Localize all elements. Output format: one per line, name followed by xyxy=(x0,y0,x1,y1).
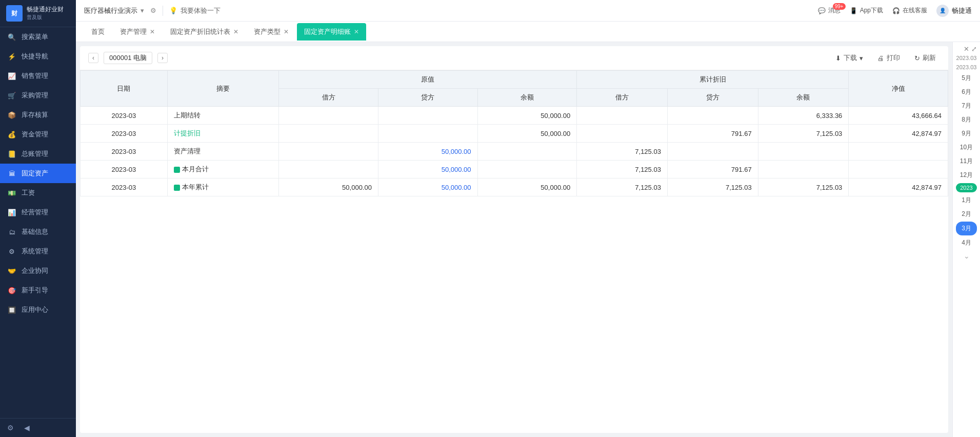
user-info: 👤 畅捷通 xyxy=(936,5,972,17)
tab-asset-mgmt[interactable]: 资产管理 ✕ xyxy=(113,23,162,41)
sidebar-item-ledger[interactable]: 📒 总账管理 xyxy=(0,144,76,164)
next-asset-btn[interactable]: › xyxy=(157,53,168,63)
tab-home[interactable]: 首页 xyxy=(84,23,112,41)
cell-summary: 本年累计 xyxy=(167,178,278,196)
timeline-month-6[interactable]: 6月 xyxy=(953,85,980,99)
cell-acc-credit xyxy=(667,107,758,125)
sidebar-item-label: 搜索菜单 xyxy=(22,32,48,42)
sidebar-bottom: ⚙ ◀ xyxy=(0,418,76,437)
tab-fixed-asset-detail-close[interactable]: ✕ xyxy=(354,28,359,35)
tab-depreciation-stat-close[interactable]: ✕ xyxy=(233,28,238,35)
cell-summary: 资产清理 xyxy=(167,143,278,161)
basic-info-icon: 🗂 xyxy=(7,227,16,236)
timeline-month-8[interactable]: 8月 xyxy=(953,113,980,127)
timeline-down-arrow[interactable]: ⌄ xyxy=(953,250,980,262)
timeline-month-10[interactable]: 10月 xyxy=(953,141,980,154)
cell-acc-credit: 7,125.03 xyxy=(667,178,758,196)
col-net-value: 净值 xyxy=(849,71,948,107)
timeline-month-3[interactable]: 3月 xyxy=(956,222,977,235)
sidebar-item-sales[interactable]: 📈 销售管理 xyxy=(0,66,76,86)
sidebar-item-label: 企业协同 xyxy=(22,266,48,275)
tab-asset-mgmt-close[interactable]: ✕ xyxy=(150,28,155,35)
cell-acc-credit: 791.67 xyxy=(667,125,758,143)
experience-btn[interactable]: 💡 我要体验一下 xyxy=(169,6,221,15)
quick-nav-icon: ⚡ xyxy=(7,52,16,61)
sidebar-item-funds[interactable]: 💰 资金管理 xyxy=(0,125,76,144)
messages-action[interactable]: 💬 消息 99+ xyxy=(818,6,841,15)
tab-asset-type[interactable]: 资产类型 ✕ xyxy=(247,23,296,41)
timeline-month-2[interactable]: 2月 xyxy=(953,207,980,221)
timeline-month-1[interactable]: 1月 xyxy=(953,193,980,207)
settings-icon[interactable]: ⚙ xyxy=(7,424,14,432)
download-icon: ⬇ xyxy=(835,54,841,62)
sidebar-item-search[interactable]: 🔍 搜索菜单 xyxy=(0,27,76,47)
fixed-assets-icon: 🏛 xyxy=(7,169,16,178)
sidebar-item-quick-nav[interactable]: ⚡ 快捷导航 xyxy=(0,47,76,66)
app-download-action[interactable]: 📱 App下载 xyxy=(850,6,883,15)
sidebar-item-label: 销售管理 xyxy=(22,71,48,81)
table-row: 2023-03 本月合计 50,000.00 7,125.03 791.67 xyxy=(81,161,948,178)
cell-acc-balance xyxy=(758,161,849,178)
topbar-right: 💬 消息 99+ 📱 App下载 🎧 在线客服 👤 畅捷通 xyxy=(818,5,972,17)
prev-asset-btn[interactable]: ‹ xyxy=(88,53,98,63)
cell-acc-debit: 7,125.03 xyxy=(577,161,668,178)
cell-summary: 计提折旧 xyxy=(167,125,278,143)
timeline-month-11[interactable]: 11月 xyxy=(953,154,980,168)
toolbar-right: ⬇ 下载 ▾ 🖨 打印 ↻ 刷新 xyxy=(831,51,940,65)
timeline-year-label-1: 2023.03 xyxy=(953,53,980,62)
timeline-year-badge[interactable]: 2023 xyxy=(956,183,977,192)
timeline-month-9[interactable]: 9月 xyxy=(953,127,980,141)
sidebar-item-label: 采购管理 xyxy=(22,91,48,100)
download-icon: 📱 xyxy=(850,7,857,14)
timeline-expand-icon[interactable]: ⤢ xyxy=(971,45,977,53)
cell-date: 2023-03 xyxy=(81,178,168,196)
cell-acc-credit xyxy=(667,143,758,161)
timeline-month-5[interactable]: 5月 xyxy=(953,71,980,85)
timeline-month-4[interactable]: 4月 xyxy=(953,236,980,250)
print-btn[interactable]: 🖨 打印 xyxy=(873,51,904,65)
cell-net-value xyxy=(849,161,948,178)
download-btn[interactable]: ⬇ 下载 ▾ xyxy=(831,51,867,65)
cell-orig-debit xyxy=(279,161,378,178)
sidebar-item-app-center[interactable]: 🔲 应用中心 xyxy=(0,300,76,320)
timeline-month-12[interactable]: 12月 xyxy=(953,168,980,182)
tab-asset-type-close[interactable]: ✕ xyxy=(284,28,289,35)
cell-date: 2023-03 xyxy=(81,143,168,161)
sidebar-item-basic-info[interactable]: 🗂 基础信息 xyxy=(0,222,76,242)
cell-acc-debit: 7,125.03 xyxy=(577,143,668,161)
sidebar-item-system[interactable]: ⚙ 系统管理 xyxy=(0,242,76,261)
col-acc-dep: 累计折旧 xyxy=(577,71,849,89)
download-arrow-icon: ▾ xyxy=(859,54,863,62)
topbar-title: 医疗器械行业演示 ▾ xyxy=(84,6,144,15)
timeline-month-7[interactable]: 7月 xyxy=(953,99,980,113)
tab-depreciation-stat[interactable]: 固定资产折旧统计表 ✕ xyxy=(163,23,246,41)
sidebar-item-enterprise[interactable]: 🤝 企业协同 xyxy=(0,261,76,281)
sidebar-item-operations[interactable]: 📊 经营管理 xyxy=(0,203,76,222)
timeline-close-icon[interactable]: ✕ xyxy=(964,45,969,53)
print-label: 打印 xyxy=(887,53,900,63)
sidebar-item-guide[interactable]: 🎯 新手引导 xyxy=(0,281,76,300)
support-action[interactable]: 🎧 在线客服 xyxy=(892,6,927,15)
cell-orig-balance: 50,000.00 xyxy=(477,178,577,196)
topbar-divider xyxy=(163,6,163,16)
sidebar-item-inventory[interactable]: 📦 库存核算 xyxy=(0,105,76,125)
settings-gear-icon[interactable]: ⚙ xyxy=(150,7,156,14)
tab-fixed-asset-detail[interactable]: 固定资产明细账 ✕ xyxy=(297,23,366,41)
app-center-icon: 🔲 xyxy=(7,305,16,314)
cell-orig-balance: 50,000.00 xyxy=(477,107,577,125)
sidebar-item-fixed-assets[interactable]: 🏛 固定资产 xyxy=(0,164,76,183)
dropdown-arrow-icon[interactable]: ▾ xyxy=(141,7,144,14)
tab-asset-mgmt-label: 资产管理 xyxy=(120,27,147,36)
main-panel: ‹ 000001 电脑 › ⬇ 下载 ▾ 🖨 打印 ↻ 刷新 xyxy=(80,46,948,433)
cell-net-value xyxy=(849,143,948,161)
sidebar-item-label: 系统管理 xyxy=(22,247,48,256)
collapse-icon[interactable]: ◀ xyxy=(24,424,30,432)
ledger-icon: 📒 xyxy=(7,149,16,158)
timeline-year-label-2: 2023.03 xyxy=(953,62,980,71)
sidebar-item-purchase[interactable]: 🛒 采购管理 xyxy=(0,86,76,105)
cell-net-value: 42,874.97 xyxy=(849,178,948,196)
sidebar-item-salary[interactable]: 💵 工资 xyxy=(0,183,76,203)
cell-orig-credit: 50,000.00 xyxy=(378,161,477,178)
detail-table: 日期 摘要 原值 累计折旧 净值 借方 贷方 余额 借方 贷方 余额 xyxy=(80,70,948,196)
refresh-btn[interactable]: ↻ 刷新 xyxy=(910,51,940,65)
